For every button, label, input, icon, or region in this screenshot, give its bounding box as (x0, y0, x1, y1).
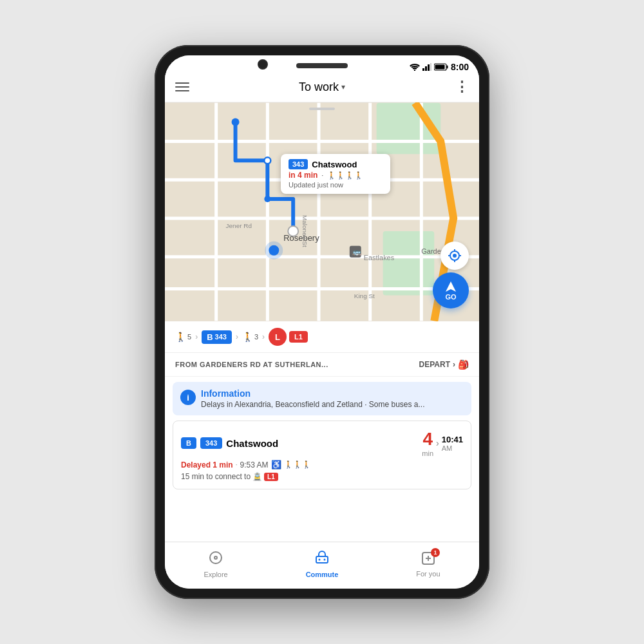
svg-point-44 (210, 552, 222, 564)
map-area: Rosebery Maloney St Eastlakes King St Je… (165, 102, 479, 321)
walk-icon-2: 🚶 (242, 332, 253, 342)
train-number-badge: L1 (289, 331, 308, 343)
from-location-text: FROM GARDENERS RD AT SUTHERLAN... (175, 361, 328, 368)
bus-status-line: Delayed 1 min · 9:53 AM ♿ 🚶🚶🚶 (181, 460, 463, 469)
walk-mins-2: 3 (254, 333, 258, 341)
arrival-minutes: 4 (422, 429, 433, 450)
map-background: Rosebery Maloney St Eastlakes King St Je… (165, 102, 479, 321)
bus-time-right: 4 min › 10:41 AM (422, 429, 463, 457)
bus-card-number-badge: 343 (200, 437, 222, 449)
info-icon: i (180, 390, 196, 405)
svg-point-0 (414, 70, 415, 71)
arrival-unit: min (422, 450, 433, 457)
svg-rect-1 (422, 68, 424, 71)
bus-card-number: 343 (205, 439, 217, 447)
popup-destination: Chatswood (312, 160, 357, 169)
explore-label: Explore (204, 571, 227, 578)
phone-screen: 8:00 To work ▾ ⋮ (165, 55, 479, 589)
walk-icon-1: 🚶 (175, 332, 186, 342)
phone-device: 8:00 To work ▾ ⋮ (155, 45, 489, 599)
commute-icon (314, 550, 330, 569)
title-area[interactable]: To work ▾ (299, 80, 345, 94)
train-connect-label: L1 (264, 473, 278, 481)
depart-button[interactable]: DEPART › 🎒 (419, 359, 469, 370)
nav-explore[interactable]: Explore (196, 547, 235, 581)
bus-route-info: B 343 Chatswood (181, 437, 278, 449)
route-chevron-3: › (262, 332, 265, 341)
route-chevron-1: › (195, 332, 198, 341)
svg-point-22 (264, 157, 270, 164)
signal-icon (422, 63, 431, 71)
depart-chevron: › (453, 360, 455, 369)
svg-rect-3 (428, 64, 430, 71)
svg-marker-43 (446, 281, 456, 292)
phone-camera (258, 59, 268, 70)
info-description: Delays in Alexandria, Beaconsfield and Z… (201, 400, 425, 409)
route-summary: 🚶 5 › B 343 › 🚶 3 › L L1 (165, 321, 479, 353)
menu-button[interactable] (175, 82, 189, 91)
info-title: Information (201, 388, 425, 399)
walk-step-1: 🚶 5 (175, 332, 191, 342)
bus-route-badge: B 343 (202, 330, 232, 344)
bus-card[interactable]: B 343 Chatswood 4 min › (173, 421, 471, 489)
popup-arrival-time: in 4 min (289, 171, 317, 180)
svg-point-21 (232, 118, 240, 126)
train-letter-badge: L (269, 328, 287, 346)
svg-point-48 (323, 559, 325, 561)
nav-commute[interactable]: Commute (298, 547, 346, 581)
status-time: 8:00 (451, 62, 469, 72)
delayed-text: Delayed 1 min (181, 460, 233, 469)
bus-card-destination: Chatswood (226, 438, 278, 449)
for-you-notification-badge: 1 (431, 548, 440, 557)
bottom-nav: Explore Commute (165, 542, 479, 589)
more-options-button[interactable]: ⋮ (455, 79, 469, 95)
status-icons: 8:00 (410, 62, 469, 72)
commute-label: Commute (306, 571, 339, 578)
svg-point-23 (264, 196, 270, 202)
svg-rect-2 (425, 66, 427, 71)
svg-rect-10 (383, 231, 435, 296)
connect-line: 15 min to connect to 🚊 L1 (181, 472, 463, 481)
go-button-label: GO (445, 293, 456, 301)
svg-text:Jener Rd: Jener Rd (226, 222, 252, 229)
explore-icon (208, 550, 223, 569)
walk-step-2: 🚶 3 (242, 332, 258, 342)
train-letter: L (275, 332, 280, 342)
svg-point-38 (453, 254, 457, 258)
svg-point-45 (214, 556, 217, 559)
svg-text:Eastlakes: Eastlakes (364, 254, 395, 261)
map-drag-handle (309, 108, 335, 110)
phone-speaker (296, 63, 348, 68)
map-popup: 343 Chatswood in 4 min · 🚶🚶🚶🚶 Updated ju… (281, 154, 390, 194)
svg-point-47 (318, 559, 320, 561)
for-you-badge-wrap: 1 (421, 551, 436, 569)
walk-mins-1: 5 (187, 333, 191, 341)
scheduled-time: 9:53 AM (240, 460, 268, 469)
arrival-clock-time: 10:41 (442, 435, 463, 444)
route-chevron-2: › (236, 332, 238, 341)
location-button[interactable] (440, 242, 469, 270)
page-title: To work (299, 80, 339, 94)
svg-text:Maloney St: Maloney St (301, 215, 308, 247)
go-button[interactable]: GO (433, 272, 469, 308)
nav-for-you[interactable]: 1 For you (408, 548, 448, 580)
svg-point-26 (269, 245, 279, 256)
popup-bus-number: 343 (289, 159, 308, 169)
from-line: FROM GARDENERS RD AT SUTHERLAN... DEPART… (165, 353, 479, 377)
info-card[interactable]: i Information Delays in Alexandria, Beac… (173, 382, 471, 415)
occupancy-icons: 🚶🚶🚶🚶 (327, 171, 363, 180)
svg-rect-46 (316, 556, 328, 563)
svg-text:King St: King St (354, 292, 375, 299)
train-connect-icon: 🚊 (252, 472, 262, 481)
arrival-arrow: › (436, 438, 439, 448)
crosshair-icon (448, 249, 462, 263)
info-content: Information Delays in Alexandria, Beacon… (201, 388, 425, 409)
title-dropdown-arrow: ▾ (341, 82, 345, 91)
battery-icon (434, 63, 448, 71)
wifi-icon (410, 63, 420, 71)
bag-icon: 🎒 (458, 359, 469, 370)
bus-number: 343 (215, 333, 227, 341)
connect-text: 15 min to connect to (181, 472, 251, 481)
popup-updated: Updated just now (289, 181, 383, 189)
svg-rect-6 (446, 66, 448, 69)
